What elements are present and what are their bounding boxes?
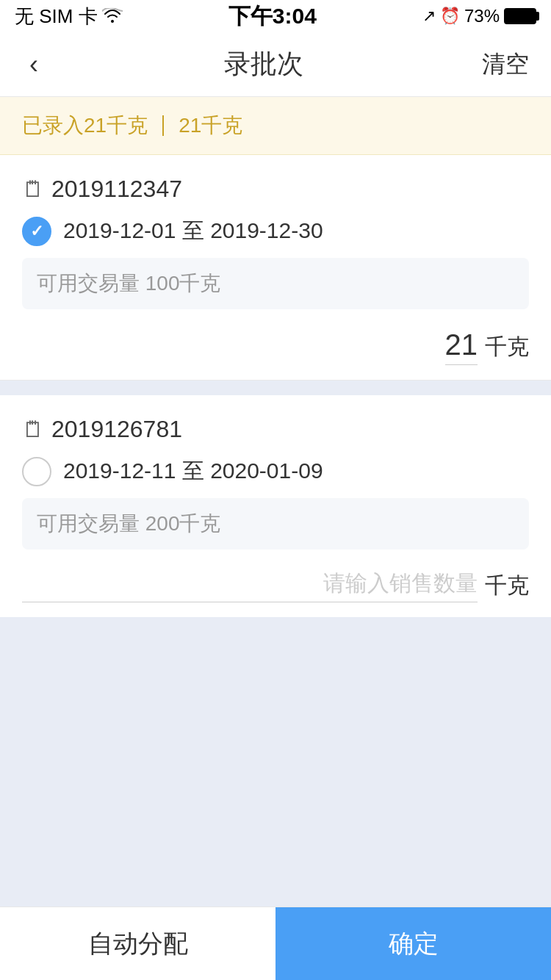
- batch-1-qty: 可用交易量 100千克: [37, 272, 221, 295]
- batch-1-id: 2019112347: [51, 176, 182, 203]
- clear-button[interactable]: 清空: [482, 48, 529, 81]
- carrier-text: 无 SIM 卡: [15, 4, 98, 29]
- alarm-icon: ⏰: [440, 7, 460, 26]
- batch-card-1: 🗒 2019112347 2019-12-01 至 2019-12-30 可用交…: [0, 155, 551, 381]
- nav-bar: ‹ 录批次 清空: [0, 32, 551, 97]
- status-right: ↗ ⏰ 73%: [422, 6, 536, 26]
- batch-2-input-placeholder[interactable]: 请输入销售数量: [22, 569, 478, 599]
- batch-2-icon: 🗒: [22, 417, 44, 442]
- batch-1-unit: 千克: [485, 332, 529, 362]
- batch-2-radio[interactable]: [22, 457, 51, 486]
- batch-2-qty: 可用交易量 200千克: [37, 512, 221, 535]
- status-bar: 无 SIM 卡 下午3:04 ↗ ⏰ 73%: [0, 0, 551, 32]
- auto-distribute-button[interactable]: 自动分配: [0, 907, 276, 980]
- confirm-button[interactable]: 确定: [276, 907, 551, 980]
- batch-1-row[interactable]: 2019-12-01 至 2019-12-30: [0, 210, 551, 253]
- battery-icon: [504, 8, 536, 24]
- status-left: 无 SIM 卡: [15, 4, 123, 29]
- batch-1-qty-row: 可用交易量 100千克: [22, 258, 529, 309]
- status-time: 下午3:04: [228, 1, 317, 32]
- batch-2-header: 🗒 2019126781: [0, 395, 551, 450]
- info-banner: 已录入21千克 21千克: [0, 97, 551, 155]
- batch-2-id: 2019126781: [51, 416, 182, 443]
- batch-2-input-underline: [22, 602, 478, 602]
- battery-text: 73%: [464, 6, 500, 26]
- info-label: 已录入21千克: [22, 112, 148, 140]
- batch-2-input-area[interactable]: 请输入销售数量: [22, 569, 478, 602]
- batch-1-date: 2019-12-01 至 2019-12-30: [63, 216, 323, 246]
- batch-2-input-row: 请输入销售数量 千克: [0, 557, 551, 617]
- batch-2-unit: 千克: [485, 571, 529, 601]
- batch-1-header: 🗒 2019112347: [0, 155, 551, 210]
- batch-card-2: 🗒 2019126781 2019-12-11 至 2020-01-09 可用交…: [0, 395, 551, 617]
- page-title: 录批次: [224, 46, 303, 82]
- wifi-icon: [102, 5, 123, 28]
- batch-2-row[interactable]: 2019-12-11 至 2020-01-09: [0, 450, 551, 494]
- batch-2-date: 2019-12-11 至 2020-01-09: [63, 456, 323, 486]
- info-value: 21千克: [179, 112, 242, 140]
- batch-2-qty-row: 可用交易量 200千克: [22, 498, 529, 550]
- batch-1-amount-row: 21 千克: [0, 317, 551, 381]
- section-separator: [0, 381, 551, 395]
- batch-1-radio[interactable]: [22, 217, 51, 246]
- location-icon: ↗: [422, 7, 436, 26]
- batch-1-icon: 🗒: [22, 177, 44, 202]
- back-button[interactable]: ‹: [22, 42, 46, 87]
- info-divider: [162, 115, 164, 136]
- bottom-bar: 自动分配 确定: [0, 907, 551, 980]
- batch-1-amount: 21: [445, 328, 478, 361]
